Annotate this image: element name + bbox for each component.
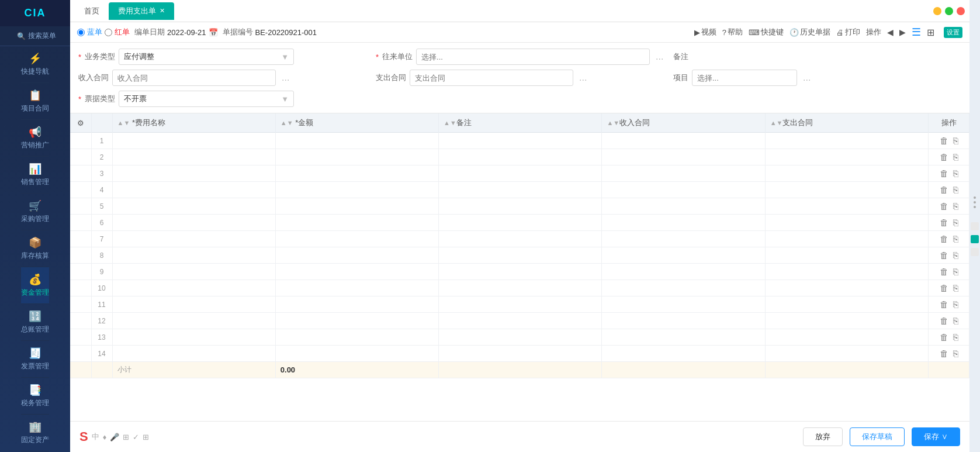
nav-next-btn[interactable]: ▶: [899, 27, 906, 37]
row-income-contract[interactable]: [602, 264, 765, 280]
row-income-contract[interactable]: [602, 247, 765, 264]
row-expense-contract[interactable]: [765, 247, 928, 264]
nav-prev-btn[interactable]: ◀: [887, 27, 894, 37]
project-input[interactable]: [692, 70, 797, 86]
row-expense-contract[interactable]: [765, 215, 928, 231]
row-expense-name[interactable]: [112, 296, 275, 313]
sidebar-item-accounting[interactable]: 🔢总账管理: [21, 304, 49, 341]
row-income-contract[interactable]: [602, 231, 765, 247]
row-expense-contract[interactable]: [765, 133, 928, 149]
income-contract-input[interactable]: [112, 70, 276, 86]
sidebar-item-purchase[interactable]: 🛒采购管理: [21, 194, 49, 230]
row-copy-icon[interactable]: ⎘: [953, 316, 958, 326]
window-maximize[interactable]: [945, 7, 953, 15]
row-expense-name[interactable]: [112, 346, 275, 362]
row-remark[interactable]: [439, 165, 602, 182]
row-expense-name[interactable]: [112, 264, 275, 280]
row-expense-contract[interactable]: [765, 182, 928, 198]
row-expense-name[interactable]: [112, 198, 275, 215]
project-more-icon[interactable]: ...: [803, 73, 811, 83]
row-delete-icon[interactable]: 🗑: [940, 332, 948, 342]
row-delete-icon[interactable]: 🗑: [940, 283, 948, 293]
row-expense-contract[interactable]: [765, 346, 928, 362]
row-copy-icon[interactable]: ⎘: [953, 201, 958, 211]
row-remark[interactable]: [439, 231, 602, 247]
row-remark[interactable]: [439, 198, 602, 215]
row-expense-name[interactable]: [112, 149, 275, 165]
right-panel-handle[interactable]: [969, 0, 980, 452]
row-delete-icon[interactable]: 🗑: [940, 349, 948, 358]
invoice-type-select[interactable]: 不开票 ▼: [119, 91, 294, 107]
sidebar-search[interactable]: 🔍 搜索菜单: [0, 26, 70, 46]
sidebar-item-inventory[interactable]: 📦库存核算: [21, 230, 49, 267]
row-remark[interactable]: [439, 247, 602, 264]
row-copy-icon[interactable]: ⎘: [953, 152, 958, 162]
row-delete-icon[interactable]: 🗑: [940, 316, 948, 326]
row-delete-icon[interactable]: 🗑: [940, 168, 948, 178]
sidebar-item-finance[interactable]: 💰资金管理: [21, 267, 49, 304]
row-copy-icon[interactable]: ⎘: [953, 234, 958, 244]
row-expense-name[interactable]: [112, 313, 275, 329]
row-income-contract[interactable]: [602, 296, 765, 313]
row-delete-icon[interactable]: 🗑: [940, 201, 948, 211]
row-expense-contract[interactable]: [765, 231, 928, 247]
row-income-contract[interactable]: [602, 149, 765, 165]
row-income-contract[interactable]: [602, 280, 765, 296]
row-expense-name[interactable]: [112, 182, 275, 198]
row-delete-icon[interactable]: 🗑: [940, 185, 948, 195]
row-delete-icon[interactable]: 🗑: [940, 218, 948, 227]
row-amount[interactable]: [275, 215, 438, 231]
row-amount[interactable]: [275, 313, 438, 329]
row-expense-name[interactable]: [112, 329, 275, 346]
row-income-contract[interactable]: [602, 346, 765, 362]
row-expense-contract[interactable]: [765, 198, 928, 215]
row-copy-icon[interactable]: ⎘: [953, 168, 958, 178]
view-grid-btn[interactable]: ⊞: [927, 27, 934, 38]
row-expense-name[interactable]: [112, 247, 275, 264]
window-minimize[interactable]: [933, 7, 941, 15]
sidebar-item-quick-nav[interactable]: ⚡快捷导航: [21, 46, 49, 83]
row-copy-icon[interactable]: ⎘: [953, 283, 958, 293]
row-amount[interactable]: [275, 133, 438, 149]
row-amount[interactable]: [275, 280, 438, 296]
partner-more-icon[interactable]: ...: [656, 51, 663, 62]
video-btn[interactable]: ▶ 视频: [694, 27, 716, 37]
row-income-contract[interactable]: [602, 165, 765, 182]
row-income-contract[interactable]: [602, 313, 765, 329]
income-more-icon[interactable]: ...: [282, 73, 289, 83]
save-button[interactable]: 保存 ∨: [912, 427, 960, 446]
row-expense-name[interactable]: [112, 165, 275, 182]
tab-expense[interactable]: 费用支出单 ✕: [109, 2, 174, 20]
row-remark[interactable]: [439, 296, 602, 313]
row-amount[interactable]: [275, 346, 438, 362]
row-expense-contract[interactable]: [765, 313, 928, 329]
row-expense-name[interactable]: [112, 280, 275, 296]
settings-btn[interactable]: 设置: [944, 27, 962, 38]
row-copy-icon[interactable]: ⎘: [953, 267, 958, 277]
side-icon-2[interactable]: [971, 235, 979, 243]
sidebar-item-marketing[interactable]: 📢营销推广: [21, 120, 49, 157]
partner-input[interactable]: [416, 49, 650, 65]
col-settings[interactable]: ⚙: [70, 113, 91, 133]
expense-contract-input[interactable]: [410, 70, 573, 86]
sort-icon-amount[interactable]: ▲▼: [281, 119, 293, 126]
radio-blue[interactable]: [77, 29, 85, 36]
help-btn[interactable]: ? 帮助: [722, 27, 743, 37]
sort-icon-expense[interactable]: ▲▼: [770, 119, 783, 126]
row-copy-icon[interactable]: ⎘: [953, 136, 958, 146]
discard-button[interactable]: 放弃: [803, 427, 843, 446]
ops-btn[interactable]: 操作: [866, 27, 881, 37]
history-btn[interactable]: 🕐 历史单据: [789, 27, 830, 37]
sidebar-item-sales[interactable]: 📊销售管理: [21, 157, 49, 194]
sidebar-item-tax[interactable]: 📑税务管理: [21, 378, 49, 415]
business-type-select[interactable]: 应付调整 ▼: [119, 49, 294, 65]
row-income-contract[interactable]: [602, 133, 765, 149]
row-expense-contract[interactable]: [765, 280, 928, 296]
save-draft-button[interactable]: 保存草稿: [850, 427, 905, 446]
row-amount[interactable]: [275, 149, 438, 165]
row-amount[interactable]: [275, 165, 438, 182]
row-remark[interactable]: [439, 149, 602, 165]
side-icon-3[interactable]: [971, 248, 979, 256]
row-remark[interactable]: [439, 133, 602, 149]
radio-red-label[interactable]: 红单: [115, 27, 130, 37]
